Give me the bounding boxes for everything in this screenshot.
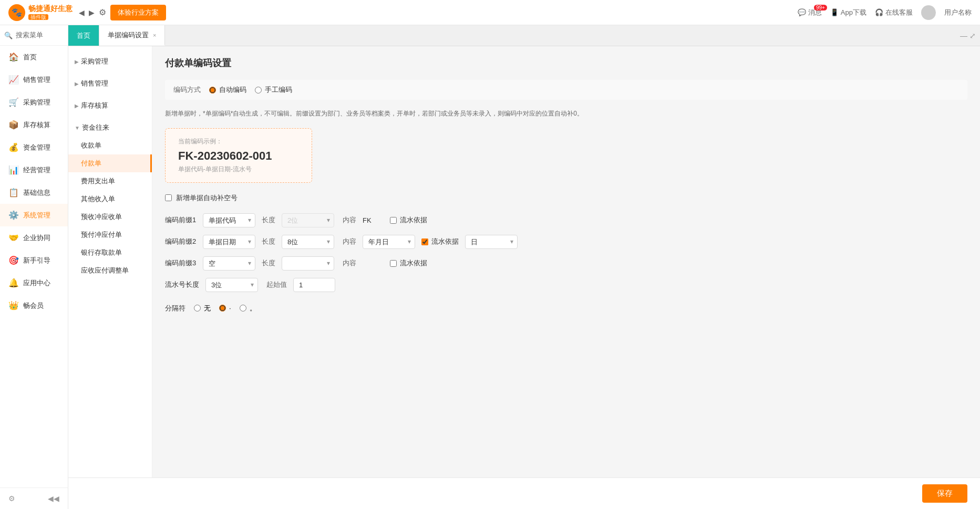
sidebar-item-label: 企业协同 [23,233,50,243]
minimize-icon[interactable]: — [960,32,967,40]
sub-nav-expense[interactable]: 费用支出单 [68,172,152,190]
sidebar-item-cooperation[interactable]: 🤝 企业协同 [0,226,68,249]
online-service-button[interactable]: 🎧 在线客服 [875,8,913,17]
sub-nav-payment[interactable]: 付款单 [68,154,152,172]
prefix1-serial-label: 流水依据 [400,215,427,225]
separator-none-option[interactable]: 无 [194,304,211,313]
encoding-prefix2-row: 编码前缀2 单据日期 长度 8位 内容 [165,235,967,249]
sidebar-item-guide[interactable]: 🎯 新手引导 [0,249,68,272]
separator-period-label: 。 [250,304,256,313]
sidebar-item-apps[interactable]: 🔔 应用中心 [0,272,68,294]
sidebar-item-label: 库存核算 [23,120,50,130]
maximize-icon[interactable]: ⤢ [969,32,976,40]
sidebar-item-label: 首页 [23,53,37,62]
prefix3-serial-checkbox[interactable] [390,260,397,267]
sub-nav-bank-deposit[interactable]: 银行存取款单 [68,244,152,262]
prefix2-length-label: 长度 [262,237,275,246]
sidebar-item-finance[interactable]: 💰 资金管理 [0,136,68,159]
tab-encoding-settings[interactable]: 单据编码设置 × [99,25,165,46]
prefix2-content-select[interactable]: 年月日 [363,235,415,249]
apps-icon: 🔔 [8,278,19,288]
auto-fill-checkbox[interactable] [165,194,172,201]
prefix3-select[interactable]: 空 [203,256,255,271]
message-button[interactable]: 💬 消息 99+ [798,8,822,17]
chevron-down-icon: ▼ [75,125,80,131]
brand-text: 畅捷通好生意 插件版 [28,4,73,22]
start-value-input[interactable] [293,278,335,292]
sidebar-item-home[interactable]: 🏠 首页 [0,46,68,68]
separator-period-option[interactable]: 。 [240,304,256,313]
sub-nav-receipt[interactable]: 收款单 [68,137,152,154]
separator-label: 分隔符 [165,304,185,313]
settings-icon[interactable]: ⚙ [99,7,106,17]
sub-nav-sales[interactable]: ▶ 销售管理 [68,75,152,92]
auto-encoding-radio[interactable] [209,87,216,94]
prefix2-serial-label: 流水依据 [431,237,459,246]
headset-icon: 🎧 [875,8,883,16]
sub-nav-purchase[interactable]: ▶ 采购管理 [68,53,152,70]
sidebar-collapse-button[interactable]: ◀◀ [48,494,59,503]
tab-active-label: 单据编码设置 [108,30,149,40]
sidebar-item-system[interactable]: ⚙️ 系统管理 [0,204,68,226]
serial-number-row: 流水号长度 3位 起始值 [165,278,967,292]
nav-back-button[interactable]: ◀ [79,8,85,17]
home-icon: 🏠 [8,52,19,62]
sidebar-item-basic[interactable]: 📋 基础信息 [0,181,68,204]
separator-none-radio[interactable] [194,305,201,311]
prefix3-length-select[interactable] [282,256,334,271]
encoding-prefix3-row: 编码前缀3 空 长度 内容 [165,256,967,271]
separator-dot-option[interactable]: · [219,304,231,312]
sub-nav-prepay-receivable[interactable]: 预收冲应收单 [68,208,152,226]
prefix1-serial-checkbox[interactable] [390,217,397,224]
manual-encoding-radio[interactable] [255,87,262,94]
separator-dot-radio[interactable] [219,305,226,311]
auto-encoding-option[interactable]: 自动编码 [209,85,246,95]
prefix1-select-wrapper: 单据代码 [203,213,255,227]
save-button[interactable]: 保存 [922,484,967,503]
search-icon: 🔍 [4,32,13,39]
prefix2-length-select[interactable]: 8位 [282,235,334,249]
prefix2-extra-wrapper: 日 [465,235,518,249]
prefix2-select[interactable]: 单据日期 [203,235,255,249]
auto-encoding-label: 自动编码 [219,85,246,95]
sub-nav-inventory-label: 库存核算 [81,101,108,110]
avatar[interactable] [921,5,936,20]
cooperation-icon: 🤝 [8,233,19,243]
separator-period-radio[interactable] [240,305,246,311]
prefix1-length-select[interactable]: 2位 [282,213,334,227]
serial-length-select[interactable]: 3位 [205,278,258,292]
sub-nav-other-income[interactable]: 其他收入单 [68,190,152,208]
message-badge: 99+ [814,5,827,11]
sidebar-item-operation[interactable]: 📊 经营管理 [0,159,68,181]
app-download-button[interactable]: 📱 App下载 [830,8,866,17]
sub-nav-prepay-payable[interactable]: 预付冲应付单 [68,226,152,244]
app-download-icon: 📱 [830,8,839,16]
guide-icon: 🎯 [8,255,19,265]
manual-encoding-option[interactable]: 手工编码 [255,85,292,95]
inventory-icon: 📦 [8,120,19,130]
prefix1-select[interactable]: 单据代码 [203,213,255,227]
sub-nav-group-inventory: ▶ 库存核算 [68,95,152,117]
sidebar-search[interactable]: 🔍 搜索菜单 [0,25,68,46]
sidebar-item-label: 应用中心 [23,278,50,288]
nav-forward-button[interactable]: ▶ [89,8,95,17]
sidebar-item-label: 资金管理 [23,143,50,152]
sidebar-footer: ⚙ ◀◀ [0,487,68,509]
sidebar-item-member[interactable]: 👑 畅会员 [0,294,68,317]
trial-button[interactable]: 体验行业方案 [110,5,166,20]
separator-dot-label: · [229,304,231,312]
tab-home[interactable]: 首页 [68,25,99,46]
sidebar-settings-button[interactable]: ⚙ [8,494,15,503]
sub-nav-capital[interactable]: ▼ 资金往来 [68,119,152,137]
sub-nav-ar-ap-adjust[interactable]: 应收应付调整单 [68,262,152,279]
prefix2-extra-select[interactable]: 日 [465,235,518,249]
app-download-label: App下载 [841,8,866,17]
sidebar-item-inventory[interactable]: 📦 库存核算 [0,113,68,136]
purchase-icon: 🛒 [8,97,19,107]
sidebar-item-purchase[interactable]: 🛒 采购管理 [0,91,68,113]
sidebar-item-sales[interactable]: 📈 销售管理 [0,68,68,91]
prefix2-serial-checkbox[interactable] [421,238,428,245]
sub-nav-group-capital: ▼ 资金往来 收款单 付款单 费用支出单 其他收入单 [68,117,152,282]
sub-nav-inventory[interactable]: ▶ 库存核算 [68,97,152,115]
close-icon[interactable]: × [153,32,156,38]
